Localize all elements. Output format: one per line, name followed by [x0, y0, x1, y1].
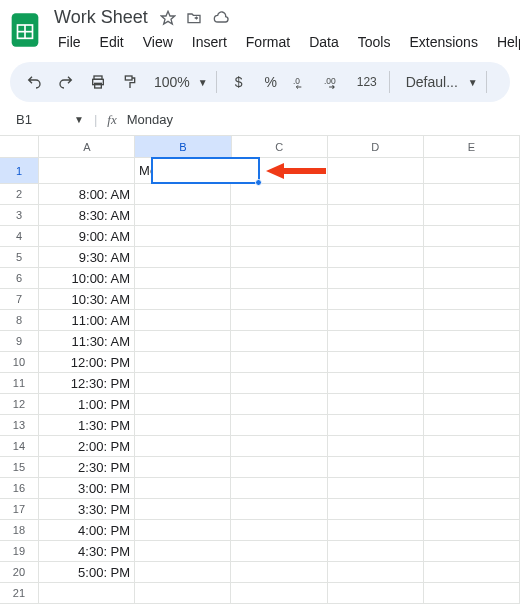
chevron-down-icon[interactable]: ▼ [198, 77, 208, 88]
cell[interactable] [135, 205, 231, 226]
cell[interactable] [135, 247, 231, 268]
cell[interactable] [328, 310, 424, 331]
cell[interactable] [231, 415, 327, 436]
cell[interactable] [328, 373, 424, 394]
cell[interactable] [424, 205, 520, 226]
cell[interactable]: 2:00: PM [39, 436, 135, 457]
cell[interactable] [231, 457, 327, 478]
cell[interactable] [135, 457, 231, 478]
cell[interactable] [135, 415, 231, 436]
row-header[interactable]: 7 [0, 289, 39, 310]
cell[interactable] [135, 268, 231, 289]
cell[interactable] [231, 352, 327, 373]
row-header[interactable]: 15 [0, 457, 39, 478]
cell[interactable]: 12:00: PM [39, 352, 135, 373]
cell[interactable] [328, 520, 424, 541]
spreadsheet-grid[interactable]: ABCDE 1Monday28:00: AM38:30: AM49:00: AM… [0, 135, 520, 604]
cloud-status-icon[interactable] [212, 10, 230, 26]
column-header-a[interactable]: A [39, 136, 135, 158]
cell[interactable]: 12:30: PM [39, 373, 135, 394]
cell[interactable] [424, 520, 520, 541]
cell[interactable] [135, 310, 231, 331]
column-header-b[interactable]: B [135, 136, 231, 158]
cell[interactable] [424, 499, 520, 520]
cell[interactable] [424, 457, 520, 478]
menu-data[interactable]: Data [301, 30, 347, 54]
cell[interactable]: 2:30: PM [39, 457, 135, 478]
menu-edit[interactable]: Edit [92, 30, 132, 54]
cell[interactable]: 9:30: AM [39, 247, 135, 268]
cell[interactable] [328, 268, 424, 289]
row-header[interactable]: 8 [0, 310, 39, 331]
cell[interactable] [135, 352, 231, 373]
cell[interactable] [231, 226, 327, 247]
cell[interactable]: 1:00: PM [39, 394, 135, 415]
row-header[interactable]: 19 [0, 541, 39, 562]
menu-view[interactable]: View [135, 30, 181, 54]
cell[interactable] [231, 331, 327, 352]
paint-format-button[interactable] [116, 68, 144, 96]
cell[interactable]: 8:00: AM [39, 184, 135, 205]
cell[interactable]: 4:30: PM [39, 541, 135, 562]
name-box[interactable]: B1 [12, 110, 66, 129]
row-header[interactable]: 4 [0, 226, 39, 247]
cell[interactable] [424, 478, 520, 499]
cell[interactable] [135, 289, 231, 310]
cell[interactable] [135, 394, 231, 415]
cell[interactable] [135, 520, 231, 541]
cell[interactable] [135, 541, 231, 562]
cell[interactable] [231, 289, 327, 310]
redo-button[interactable] [52, 68, 80, 96]
cell[interactable] [424, 247, 520, 268]
cell[interactable] [231, 562, 327, 583]
cell[interactable] [328, 205, 424, 226]
select-all-corner[interactable] [0, 136, 39, 158]
cell[interactable]: 11:00: AM [39, 310, 135, 331]
row-header[interactable]: 9 [0, 331, 39, 352]
cell[interactable] [424, 268, 520, 289]
cell[interactable]: 5:00: PM [39, 562, 135, 583]
cell[interactable] [328, 541, 424, 562]
cell[interactable] [424, 310, 520, 331]
print-button[interactable] [84, 68, 112, 96]
cell[interactable]: 3:30: PM [39, 499, 135, 520]
row-header[interactable]: 18 [0, 520, 39, 541]
row-header[interactable]: 2 [0, 184, 39, 205]
row-header[interactable]: 5 [0, 247, 39, 268]
cell[interactable] [231, 205, 327, 226]
cell[interactable] [135, 583, 231, 604]
undo-button[interactable] [20, 68, 48, 96]
cell[interactable] [328, 331, 424, 352]
cell[interactable] [424, 562, 520, 583]
cell[interactable] [424, 184, 520, 205]
cell[interactable] [231, 541, 327, 562]
cell[interactable] [328, 247, 424, 268]
row-header[interactable]: 17 [0, 499, 39, 520]
increase-decimal-button[interactable]: .00 [321, 68, 349, 96]
cell[interactable]: 10:30: AM [39, 289, 135, 310]
menu-extensions[interactable]: Extensions [401, 30, 485, 54]
cell[interactable] [231, 583, 327, 604]
cell[interactable] [135, 184, 231, 205]
cell[interactable] [135, 373, 231, 394]
cell[interactable] [231, 436, 327, 457]
sheets-logo[interactable] [10, 9, 40, 51]
menu-tools[interactable]: Tools [350, 30, 399, 54]
cell[interactable] [424, 541, 520, 562]
cell[interactable] [328, 562, 424, 583]
cell[interactable] [328, 499, 424, 520]
font-select[interactable]: Defaul... [398, 74, 466, 90]
cell[interactable]: 8:30: AM [39, 205, 135, 226]
cell[interactable] [231, 394, 327, 415]
cell[interactable] [231, 184, 327, 205]
column-header-d[interactable]: D [328, 136, 424, 158]
cell[interactable] [135, 478, 231, 499]
cell[interactable] [424, 226, 520, 247]
row-header[interactable]: 10 [0, 352, 39, 373]
row-header[interactable]: 14 [0, 436, 39, 457]
row-header[interactable]: 21 [0, 583, 39, 604]
row-header[interactable]: 1 [0, 158, 39, 184]
cell[interactable] [424, 436, 520, 457]
cell[interactable] [328, 184, 424, 205]
row-header[interactable]: 11 [0, 373, 39, 394]
